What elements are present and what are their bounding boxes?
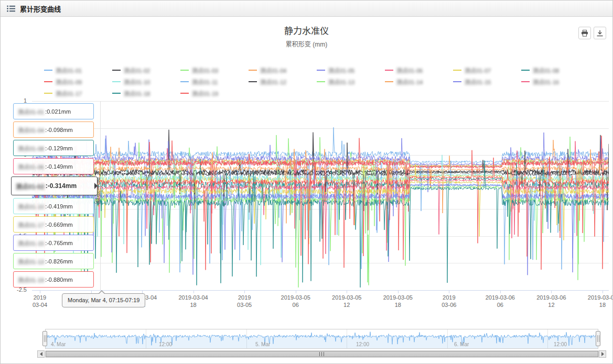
- legend-line-swatch: [44, 93, 52, 94]
- navigator-axis-label: 6. Mar: [454, 341, 469, 347]
- legend-label: 测点01-04: [260, 66, 286, 74]
- legend-item[interactable]: 测点01-18: [112, 87, 180, 99]
- legend-item[interactable]: 测点01-16: [521, 76, 589, 87]
- tooltip-series-label: 测点01-01: [18, 107, 44, 116]
- legend-line-swatch: [180, 81, 189, 82]
- tooltip-point-box: 测点01-04:-0.098mm: [13, 122, 94, 138]
- scrollbar-track[interactable]: [45, 350, 599, 358]
- legend-line-swatch: [180, 70, 189, 71]
- legend-item[interactable]: 测点01-07: [453, 64, 521, 76]
- navigator-right-handle[interactable]: [596, 331, 600, 346]
- scrollbar-thumb[interactable]: [46, 351, 598, 357]
- tooltip-point-box: 测点01-10:-0.419mm: [13, 198, 94, 214]
- tooltip-point-box: 测点01-13:-0.826mm: [13, 253, 94, 269]
- legend-item[interactable]: 测点01-01: [44, 64, 112, 76]
- tooltip-point-box: 测点01-08:-0.129mm: [13, 140, 94, 156]
- legend-item[interactable]: 测点01-04: [249, 64, 317, 76]
- legend-item[interactable]: 测点01-02: [112, 64, 180, 76]
- left-arrow-icon: [40, 352, 42, 356]
- tooltip-value: :-0.419mm: [45, 203, 73, 209]
- legend-line-swatch: [180, 93, 189, 94]
- download-icon: [596, 30, 604, 37]
- legend-item[interactable]: 测点01-03: [180, 64, 249, 76]
- legend-line-swatch: [317, 70, 325, 71]
- legend-item[interactable]: 测点01-15: [453, 76, 521, 87]
- legend-item[interactable]: 测点01-13: [317, 76, 385, 87]
- legend-item[interactable]: 测点01-19: [180, 87, 249, 99]
- legend-label: 测点01-02: [124, 66, 150, 74]
- tooltip-point-box: 测点01-19:-0.880mm: [13, 271, 94, 288]
- legend-label: 测点01-09: [56, 78, 82, 86]
- navigator-left-handle[interactable]: [42, 331, 47, 346]
- chart-subtitle: 累积形变 (mm): [1, 39, 612, 48]
- print-icon: [581, 30, 588, 37]
- tooltip-series-label: 测点01-15: [18, 239, 44, 247]
- legend-line-swatch: [112, 93, 121, 94]
- legend-label: 测点01-01: [56, 66, 82, 74]
- tooltip-series-label: 测点01-19: [18, 275, 44, 284]
- legend-item[interactable]: 测点01-05: [317, 64, 385, 76]
- x-axis-tick: [296, 290, 296, 293]
- legend-item[interactable]: 测点01-11: [180, 76, 249, 87]
- x-axis-tick: [398, 290, 399, 293]
- tooltip-value: :-0.149mm: [45, 163, 73, 170]
- legend-label: 测点01-08: [533, 66, 559, 74]
- page-title: 累计形变曲线: [20, 4, 61, 14]
- legend-line-swatch: [453, 81, 461, 82]
- legend-label: 测点01-03: [192, 66, 218, 74]
- legend-label: 测点01-06: [396, 66, 423, 74]
- navigator-axis-label: 5. Mar: [255, 341, 270, 347]
- tooltip-value: :-0.880mm: [45, 277, 73, 283]
- legend-item[interactable]: 测点01-09: [44, 76, 112, 87]
- tooltip-value: :-0.129mm: [45, 145, 73, 151]
- x-axis-label: 2019-03-0606: [477, 294, 524, 308]
- tooltip-point-box: 测点01-06:-0.149mm: [13, 158, 94, 174]
- legend-label: 测点01-07: [465, 66, 491, 74]
- tooltip-point-box: 测点01-02:-0.314mm: [11, 177, 98, 195]
- scrollbar-left-button[interactable]: [37, 350, 45, 358]
- navigator-axis-label: 12:00: [356, 341, 369, 347]
- legend-label: 测点01-16: [533, 78, 559, 86]
- legend-label: 测点01-15: [465, 78, 491, 86]
- app-window: 累计形变曲线 静力水准仪 累积形变 (mm) 测点01-01测点01-02测点0…: [0, 0, 613, 364]
- x-axis-label: 2019-03-0518: [374, 294, 422, 308]
- legend-line-swatch: [521, 81, 530, 82]
- legend-line-swatch: [112, 70, 121, 71]
- x-axis-tick: [500, 290, 501, 293]
- x-axis-tick: [193, 290, 194, 293]
- print-button[interactable]: [578, 27, 591, 39]
- legend-label: 测点01-13: [328, 78, 354, 86]
- legend-item[interactable]: 测点01-10: [112, 76, 180, 87]
- scrollbar-grip-icon: [319, 352, 325, 356]
- legend-item[interactable]: 测点01-14: [385, 76, 453, 87]
- legend-line-swatch: [317, 81, 325, 82]
- legend-line-swatch: [521, 70, 530, 71]
- tooltip-value: :-0.098mm: [45, 127, 73, 133]
- navigator-chart: [46, 329, 598, 348]
- navigator-axis-label: 12:00: [159, 341, 172, 347]
- legend-label: 测点01-19: [192, 89, 218, 97]
- legend-item[interactable]: 测点01-06: [385, 64, 453, 76]
- legend-label: 测点01-18: [124, 89, 150, 97]
- tooltip-series-label: 测点01-02: [16, 182, 45, 191]
- tooltip-series-label: 测点01-17: [18, 220, 44, 229]
- legend-line-swatch: [249, 81, 257, 82]
- legend-item[interactable]: 测点01-17: [44, 87, 112, 99]
- navigator[interactable]: 4. Mar12:005. Mar12:006. Mar12:00: [45, 329, 598, 349]
- tooltip-point-box: 测点01-01:0.021mm: [13, 103, 94, 119]
- download-button[interactable]: [594, 27, 606, 39]
- legend-line-swatch: [44, 81, 52, 82]
- tooltip-value: :-0.669mm: [45, 222, 73, 228]
- scrollbar-right-button[interactable]: [599, 350, 606, 358]
- legend-line-swatch: [385, 70, 393, 71]
- x-axis-label: 2019-03-0512: [323, 294, 370, 308]
- legend: 测点01-01测点01-02测点01-03测点01-04测点01-05测点01-…: [44, 64, 592, 99]
- main-chart-plot[interactable]: [32, 101, 609, 290]
- legend-line-swatch: [453, 70, 461, 71]
- x-axis-tick: [449, 290, 449, 293]
- legend-line-swatch: [112, 81, 121, 82]
- legend-item[interactable]: 测点01-08: [521, 64, 589, 76]
- legend-label: 测点01-05: [328, 66, 354, 74]
- legend-item[interactable]: 测点01-12: [249, 76, 317, 87]
- x-axis-label: 2019-03-0506: [272, 294, 319, 308]
